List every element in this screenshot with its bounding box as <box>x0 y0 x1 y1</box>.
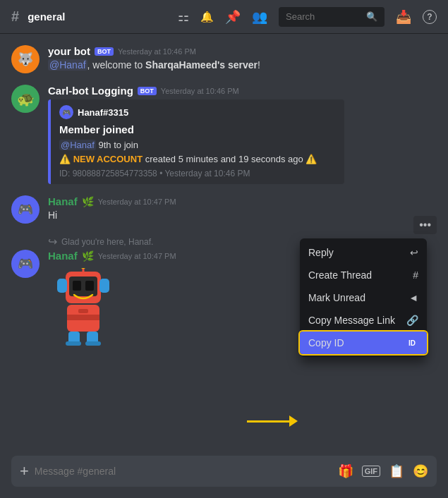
unread-icon: ◄ <box>408 292 418 303</box>
context-menu-item-label: Create Thread <box>308 269 372 281</box>
avatar: 🐢 <box>11 85 40 113</box>
robot-image <box>48 265 119 349</box>
embed-body: @Hanaf 9th to join ⚠️ NEW ACCOUNT create… <box>59 138 336 166</box>
inbox-icon[interactable]: 📥 <box>396 9 411 25</box>
add-attachment-button[interactable]: + <box>20 462 29 480</box>
embed-author-name: Hanaf#3315 <box>78 107 128 118</box>
help-icon[interactable]: ? <box>423 10 437 24</box>
text-part: 9th to join <box>96 140 138 150</box>
notification-bell-icon[interactable]: 🔔 <box>200 11 214 23</box>
avatar: 🐺 <box>11 45 40 73</box>
context-menu-item-label: Copy Message Link <box>308 315 395 326</box>
reply-icon: ↩ <box>410 247 418 258</box>
svg-rect-3 <box>85 281 94 291</box>
link-icon: 🔗 <box>406 315 418 326</box>
gif-icon[interactable]: GIF <box>362 466 380 477</box>
svg-rect-7 <box>99 279 109 293</box>
channel-header: # general ⚏ 🔔 📌 👥 🔍 📥 ? <box>0 0 448 34</box>
header-icons: ⚏ 🔔 📌 👥 🔍 📥 ? <box>178 7 437 27</box>
id-badge-icon: ID <box>406 339 418 348</box>
svg-rect-2 <box>73 281 81 291</box>
timestamp: Yesterday at 10:47 PM <box>98 198 176 206</box>
message-group: 🎮 Hanaf 🌿 Yesterday at 10:47 PM Hi <box>11 195 437 224</box>
channel-name: general <box>28 11 65 23</box>
embed-author: 🎮 Hanaf#3315 <box>59 105 336 119</box>
members-icon[interactable]: 👥 <box>252 9 267 25</box>
username: Carl-bot Logging <box>48 85 133 97</box>
timestamp: Yesterday at 10:46 PM <box>118 47 196 56</box>
input-icons: 🎁 GIF 📋 😊 <box>338 463 428 479</box>
context-menu-reply[interactable]: Reply ↩ <box>300 241 427 264</box>
mention: @Hanaf <box>59 140 96 150</box>
thread-icon: # <box>413 269 418 281</box>
message-text: Hi <box>48 209 437 223</box>
timestamp: Yesterday at 10:47 PM <box>98 252 176 260</box>
message-group: 🐢 Carl-bot Logging BOT Yesterday at 10:4… <box>11 85 437 184</box>
context-menu-item-label: Mark Unread <box>308 292 365 303</box>
context-menu-item-label: Copy ID <box>308 337 344 348</box>
message-input[interactable] <box>35 466 332 477</box>
message-header: your bot BOT Yesterday at 10:46 PM <box>48 45 437 57</box>
username: Hanaf <box>48 250 78 262</box>
copy-id-arrow <box>247 415 298 427</box>
context-menu-copy-link[interactable]: Copy Message Link 🔗 <box>300 309 427 332</box>
search-bar[interactable]: 🔍 <box>279 7 385 27</box>
arrow-head <box>289 415 298 427</box>
svg-rect-9 <box>67 315 99 320</box>
message-header: Carl-bot Logging BOT Yesterday at 10:46 … <box>48 85 437 97</box>
embed-author-icon: 🎮 <box>59 105 73 119</box>
warning-icon: ⚠️ <box>59 154 71 164</box>
message-input-bar: + 🎁 GIF 📋 😊 <box>11 456 437 487</box>
bot-badge: BOT <box>95 47 114 56</box>
message-content: Hanaf 🌿 Yesterday at 10:47 PM Hi <box>48 195 437 223</box>
message-input-area: + 🎁 GIF 📋 😊 <box>0 456 448 498</box>
context-menu-item-label: Reply <box>308 247 334 258</box>
messages-area: 🐺 your bot BOT Yesterday at 10:46 PM @Ha… <box>0 34 448 456</box>
reply-arrow-icon: ↪ <box>48 235 57 248</box>
leaf-icon: 🌿 <box>82 250 94 262</box>
context-menu-copy-id[interactable]: Copy ID ID <box>300 332 427 354</box>
arrow-line <box>247 420 289 423</box>
sticker-icon[interactable]: 📋 <box>389 463 404 479</box>
text-part: , welcome to <box>87 59 145 71</box>
svg-rect-6 <box>57 279 67 293</box>
mention: @Hanaf <box>48 59 87 71</box>
message-header: Hanaf 🌿 Yesterday at 10:47 PM <box>48 195 437 207</box>
timestamp: Yesterday at 10:46 PM <box>161 87 239 95</box>
search-input[interactable] <box>286 11 361 22</box>
reply-text: Glad you're here, Hanaf. <box>61 237 153 247</box>
avatar: 🎮 <box>11 250 40 278</box>
message-actions-button[interactable]: ••• <box>413 216 437 234</box>
search-icon: 🔍 <box>366 11 377 22</box>
gift-icon[interactable]: 🎁 <box>338 463 353 479</box>
hash-icon: # <box>11 8 19 25</box>
text-part: ! <box>258 59 260 71</box>
text-part: created 5 minutes and 19 seconds ago ⚠️ <box>143 154 317 164</box>
emoji-icon[interactable]: 😊 <box>413 463 428 479</box>
avatar: 🎮 <box>11 195 40 224</box>
embed-footer: ID: 980888725854773358 • Yesterday at 10… <box>59 169 336 178</box>
svg-rect-10 <box>78 309 88 313</box>
username: Hanaf <box>48 195 78 207</box>
context-menu-create-thread[interactable]: Create Thread # <box>300 264 427 286</box>
message-content: your bot BOT Yesterday at 10:46 PM @Hana… <box>48 45 437 73</box>
server-name: SharqaHameed's server <box>145 59 258 71</box>
message-text: @Hanaf, welcome to SharqaHameed's server… <box>48 59 437 73</box>
embed-title: Member joined <box>59 123 336 135</box>
threads-icon[interactable]: ⚏ <box>178 9 189 25</box>
leaf-icon: 🌿 <box>82 196 94 207</box>
svg-rect-13 <box>66 341 81 346</box>
message-group: 🐺 your bot BOT Yesterday at 10:46 PM @Ha… <box>11 45 437 73</box>
context-menu-mark-unread[interactable]: Mark Unread ◄ <box>300 286 427 309</box>
new-account-warning: NEW ACCOUNT <box>73 154 143 164</box>
username: your bot <box>48 45 90 57</box>
svg-point-5 <box>80 268 86 269</box>
embed: 🎮 Hanaf#3315 Member joined @Hanaf 9th to… <box>48 99 344 184</box>
bot-badge: BOT <box>138 87 157 95</box>
context-menu: Reply ↩ Create Thread # Mark Unread ◄ Co… <box>300 238 427 357</box>
svg-rect-14 <box>85 341 101 346</box>
pin-icon[interactable]: 📌 <box>225 9 241 25</box>
message-content: Carl-bot Logging BOT Yesterday at 10:46 … <box>48 85 437 184</box>
